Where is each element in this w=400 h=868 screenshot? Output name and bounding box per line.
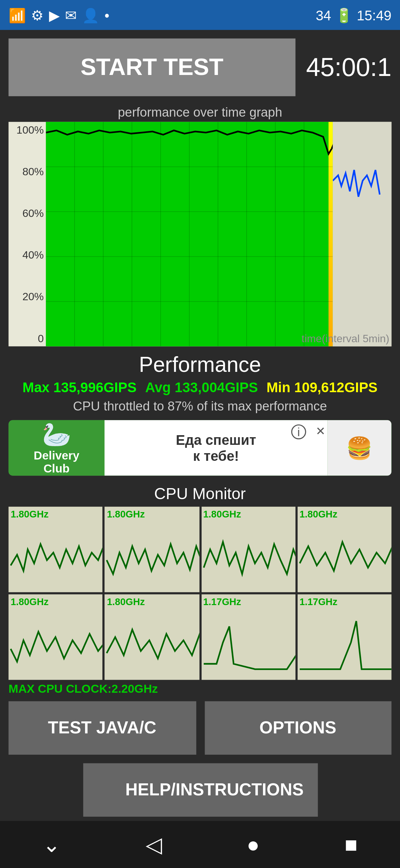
help-instructions-button[interactable]: HELP/INSTRUCTIONS — [83, 763, 317, 817]
ad-brand: 🦢 DeliveryClub — [9, 420, 105, 476]
action-buttons-row: TEST JAVA/C OPTIONS — [9, 702, 392, 755]
nav-bar: ⌄ ◁ ● ■ — [0, 821, 400, 868]
main-content: START TEST 45:00:1 performance over time… — [0, 30, 400, 817]
test-java-button[interactable]: TEST JAVA/C — [9, 702, 196, 755]
cpu-grid: 1.80GHz 1.80GHz 1.80GHz 1.80GHz — [9, 507, 392, 680]
cpu-monitor-section: CPU Monitor 1.80GHz 1.80GHz 1.80GHz — [9, 484, 392, 695]
cpu-freq-6: 1.17GHz — [203, 596, 241, 607]
cpu-freq-4: 1.80GHz — [11, 596, 49, 607]
graph-blank-area — [333, 122, 391, 346]
timer-display: 45:00:1 — [306, 52, 391, 82]
y-label-20: 20% — [11, 291, 44, 303]
cpu-core-4: 1.80GHz — [9, 594, 103, 680]
cpu-core-6: 1.17GHz — [201, 594, 295, 680]
nav-home-icon[interactable]: ● — [247, 832, 260, 857]
cpu-monitor-title: CPU Monitor — [9, 484, 392, 502]
options-button[interactable]: OPTIONS — [204, 702, 392, 755]
nav-chevron-icon[interactable]: ⌄ — [43, 832, 61, 857]
y-label-80: 80% — [11, 165, 44, 177]
cpu-core-3: 1.80GHz — [297, 507, 391, 592]
cpu-graph-5 — [105, 611, 199, 696]
ad-close-icon[interactable]: ✕ — [316, 425, 325, 438]
play-icon: ▶ — [49, 7, 60, 23]
cpu-core-1: 1.80GHz — [105, 507, 199, 592]
wifi-icon: 📶 — [9, 7, 26, 23]
cpu-freq-2: 1.80GHz — [203, 509, 241, 520]
y-axis-labels: 100% 80% 60% 40% 20% 0 — [9, 122, 46, 346]
throttle-text: CPU throttled to 87% of its max performa… — [9, 399, 392, 414]
nav-recent-icon[interactable]: ■ — [345, 832, 358, 857]
graph-grid-svg — [46, 122, 333, 346]
y-label-40: 40% — [11, 249, 44, 260]
performance-section: Performance Max 135,996GIPS Avg 133,004G… — [9, 353, 392, 414]
cpu-graph-6 — [201, 611, 295, 696]
cpu-core-5: 1.80GHz — [105, 594, 199, 680]
cpu-core-0: 1.80GHz — [9, 507, 103, 592]
y-label-60: 60% — [11, 207, 44, 219]
battery-icon: 🔋 — [335, 7, 352, 23]
performance-graph-container: performance over time graph 100% 80% 60%… — [9, 105, 392, 346]
ad-banner[interactable]: 🦢 DeliveryClub Еда спешитк тебе! 🍔 i ✕ — [9, 420, 392, 476]
user-icon: 👤 — [82, 7, 99, 23]
cpu-graph-7 — [297, 611, 391, 696]
nav-back-icon[interactable]: ◁ — [146, 832, 162, 857]
clock: 15:49 — [357, 7, 391, 23]
cpu-freq-5: 1.80GHz — [107, 596, 145, 607]
cpu-freq-3: 1.80GHz — [299, 509, 337, 520]
dot-icon: • — [105, 7, 110, 23]
stat-max: Max 135,996GIPS — [23, 379, 137, 396]
cpu-graph-4 — [9, 611, 103, 696]
stat-min: Min 109,612GIPS — [266, 379, 377, 396]
cpu-core-7: 1.17GHz — [297, 594, 391, 680]
y-label-100: 100% — [11, 124, 44, 135]
performance-heading: Performance — [9, 353, 392, 377]
settings-icon: ⚙ — [31, 7, 44, 23]
ad-emoji: 🍔 — [327, 420, 391, 476]
graph-title: performance over time graph — [9, 105, 392, 120]
cpu-freq-0: 1.80GHz — [11, 509, 49, 520]
cpu-freq-7: 1.17GHz — [299, 596, 337, 607]
mail-icon: ✉ — [65, 7, 77, 23]
start-test-button[interactable]: START TEST — [9, 38, 296, 96]
status-icons: 📶 ⚙ ▶ ✉ 👤 • — [9, 7, 110, 23]
top-row: START TEST 45:00:1 — [9, 38, 392, 96]
status-bar: 📶 ⚙ ▶ ✉ 👤 • 34 🔋 15:49 — [0, 0, 400, 30]
status-right-area: 34 🔋 15:49 — [316, 7, 391, 23]
graph-area: 100% 80% 60% 40% 20% 0 — [9, 122, 392, 346]
stat-avg: Avg 133,004GIPS — [145, 379, 258, 396]
graph-inner — [46, 122, 392, 346]
performance-stats: Max 135,996GIPS Avg 133,004GIPS Min 109,… — [9, 379, 392, 396]
y-label-0: 0 — [11, 333, 44, 344]
graph-green-area — [46, 122, 333, 346]
ad-brand-name: DeliveryClub — [34, 449, 79, 474]
blank-area-svg — [333, 122, 391, 346]
help-button-row: HELP/INSTRUCTIONS — [9, 763, 392, 817]
battery-label: 34 — [316, 7, 331, 23]
cpu-core-2: 1.80GHz — [201, 507, 295, 592]
cpu-freq-1: 1.80GHz — [107, 509, 145, 520]
ad-info-icon[interactable]: i — [291, 425, 306, 439]
